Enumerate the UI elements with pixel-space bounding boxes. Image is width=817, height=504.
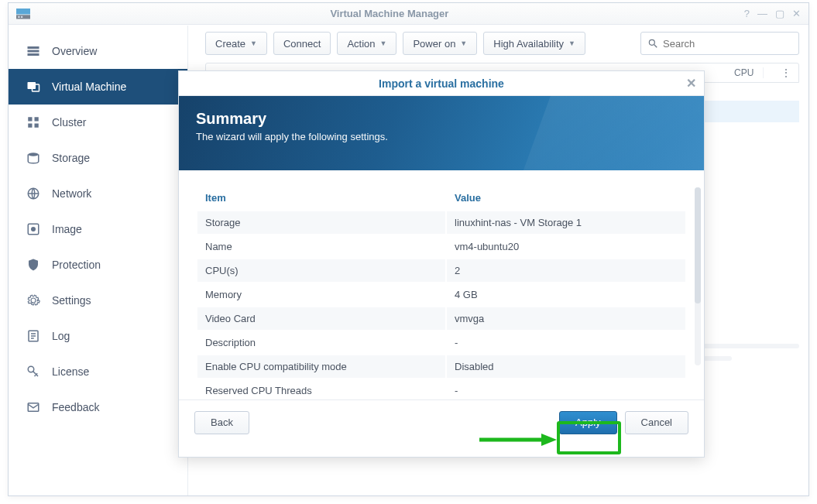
banner-subtext: The wizard will apply the following sett… bbox=[196, 131, 687, 142]
svg-rect-6 bbox=[28, 53, 39, 56]
app-icon bbox=[16, 9, 30, 19]
search-box[interactable] bbox=[640, 32, 799, 55]
import-vm-modal: Import a virtual machine ✕ Summary The w… bbox=[178, 70, 705, 458]
svg-rect-10 bbox=[35, 117, 39, 121]
high-availability-button[interactable]: High Availability▼ bbox=[483, 32, 585, 55]
search-icon bbox=[647, 38, 658, 49]
mail-icon bbox=[26, 399, 41, 415]
scroll-thumb[interactable] bbox=[695, 187, 701, 303]
sidebar-item-cluster[interactable]: Cluster bbox=[9, 105, 187, 140]
table-row: Reserved CPU Threads- bbox=[197, 379, 685, 399]
modal-footer: Back Apply Cancel bbox=[179, 399, 704, 444]
sidebar-item-label: Cluster bbox=[52, 116, 86, 129]
shield-icon bbox=[26, 257, 41, 273]
table-row: Video Cardvmvga bbox=[197, 307, 685, 330]
gear-icon bbox=[26, 293, 41, 308]
sidebar-item-overview[interactable]: Overview bbox=[9, 33, 187, 69]
sidebar-item-label: Virtual Machine bbox=[52, 81, 126, 93]
sidebar-item-protection[interactable]: Protection bbox=[9, 247, 187, 283]
svg-rect-11 bbox=[28, 124, 32, 128]
chevron-down-icon: ▼ bbox=[380, 39, 387, 47]
search-input[interactable] bbox=[663, 38, 792, 50]
sidebar-item-image[interactable]: Image bbox=[9, 211, 187, 247]
sidebar-item-label: Storage bbox=[52, 152, 90, 164]
cluster-icon bbox=[26, 115, 41, 130]
svg-rect-0 bbox=[16, 9, 30, 15]
sidebar-item-feedback[interactable]: Feedback bbox=[9, 389, 187, 425]
svg-line-24 bbox=[654, 45, 657, 48]
toolbar: Create▼ Connect Action▼ Power on▼ High A… bbox=[205, 29, 799, 57]
svg-rect-12 bbox=[35, 124, 39, 128]
column-cpu[interactable]: CPU bbox=[725, 67, 764, 78]
svg-rect-2 bbox=[18, 16, 19, 18]
power-on-button[interactable]: Power on▼ bbox=[403, 32, 477, 55]
storage-icon bbox=[26, 150, 41, 166]
minimize-icon[interactable]: — bbox=[757, 8, 767, 19]
sidebar-item-label: Protection bbox=[52, 259, 101, 271]
help-icon[interactable]: ? bbox=[744, 8, 750, 19]
overview-icon bbox=[26, 43, 41, 59]
vm-icon bbox=[26, 79, 41, 94]
svg-point-13 bbox=[28, 153, 39, 156]
maximize-icon[interactable]: ▢ bbox=[775, 8, 784, 19]
cancel-button[interactable]: Cancel bbox=[625, 411, 688, 434]
sidebar-item-virtual-machine[interactable]: Virtual Machine bbox=[9, 69, 187, 105]
table-row: Enable CPU compatibility modeDisabled bbox=[197, 355, 685, 378]
modal-titlebar: Import a virtual machine ✕ bbox=[179, 71, 704, 96]
svg-point-23 bbox=[649, 39, 654, 45]
sidebar-item-log[interactable]: Log bbox=[9, 318, 187, 354]
chevron-down-icon: ▼ bbox=[568, 39, 575, 47]
sidebar-item-storage[interactable]: Storage bbox=[9, 140, 187, 176]
table-row: Storagelinuxhint-nas - VM Storage 1 bbox=[197, 211, 685, 234]
network-icon bbox=[26, 186, 41, 201]
svg-rect-9 bbox=[28, 117, 32, 121]
sidebar-item-label: License bbox=[52, 365, 89, 378]
modal-title: Import a virtual machine bbox=[379, 77, 504, 90]
sidebar-item-label: Image bbox=[52, 223, 82, 235]
sidebar-item-settings[interactable]: Settings bbox=[9, 283, 187, 318]
modal-body: ItemValue Storagelinuxhint-nas - VM Stor… bbox=[179, 170, 704, 399]
svg-rect-3 bbox=[21, 16, 22, 18]
sidebar-item-label: Overview bbox=[52, 45, 97, 57]
table-row: Memory4 GB bbox=[197, 283, 685, 306]
svg-rect-4 bbox=[28, 46, 39, 49]
th-value: Value bbox=[447, 186, 685, 210]
sidebar-item-label: Log bbox=[52, 330, 70, 342]
back-button[interactable]: Back bbox=[194, 411, 249, 434]
connect-button[interactable]: Connect bbox=[273, 32, 331, 55]
window-controls: ? — ▢ ✕ bbox=[744, 8, 801, 19]
sidebar-item-network[interactable]: Network bbox=[9, 176, 187, 211]
create-button[interactable]: Create▼ bbox=[205, 32, 267, 55]
modal-banner: Summary The wizard will apply the follow… bbox=[179, 96, 704, 170]
chevron-down-icon: ▼ bbox=[460, 39, 467, 47]
titlebar: Virtual Machine Manager ? — ▢ ✕ bbox=[9, 3, 808, 25]
table-row: CPU(s)2 bbox=[197, 259, 685, 282]
key-icon bbox=[26, 364, 41, 379]
image-icon bbox=[26, 221, 41, 237]
svg-point-16 bbox=[31, 227, 36, 231]
log-icon bbox=[26, 328, 41, 344]
sidebar-item-label: Network bbox=[52, 187, 91, 200]
window-title: Virtual Machine Manager bbox=[35, 8, 744, 19]
scrollbar[interactable] bbox=[695, 187, 701, 365]
close-icon[interactable]: ✕ bbox=[686, 76, 696, 91]
th-item: Item bbox=[197, 186, 445, 210]
summary-table: ItemValue Storagelinuxhint-nas - VM Stor… bbox=[196, 184, 687, 399]
table-row: Namevm4-ubuntu20 bbox=[197, 235, 685, 258]
column-settings-icon[interactable]: ⋮ bbox=[774, 67, 798, 78]
sidebar: Overview Virtual Machine Cluster Storage… bbox=[9, 26, 188, 495]
action-button[interactable]: Action▼ bbox=[337, 32, 396, 55]
table-row: Description- bbox=[197, 331, 685, 354]
chevron-down-icon: ▼ bbox=[250, 39, 257, 47]
apply-button[interactable]: Apply bbox=[559, 411, 617, 434]
svg-rect-5 bbox=[28, 50, 39, 53]
banner-heading: Summary bbox=[196, 110, 687, 128]
sidebar-item-label: Feedback bbox=[52, 401, 99, 413]
sidebar-item-label: Settings bbox=[52, 294, 91, 307]
sidebar-item-license[interactable]: License bbox=[9, 354, 187, 389]
close-window-icon[interactable]: ✕ bbox=[792, 8, 801, 19]
